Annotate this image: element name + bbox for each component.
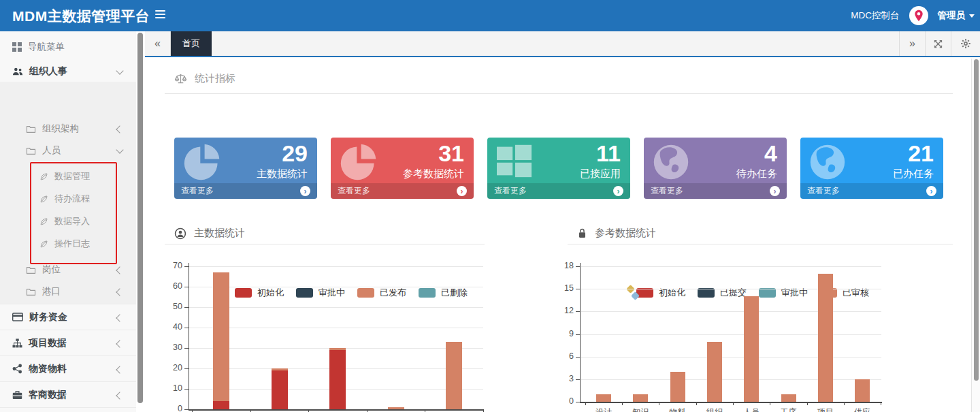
page-scrollbar-track[interactable] [971,59,980,412]
sidebar-item-data-management[interactable]: 数据管理 [0,166,136,187]
stat-card-reference-data[interactable]: 31 参考数据统计 查看更多 › [331,138,474,199]
mdc-console-link[interactable]: MDC控制台 [851,10,899,22]
stat-label: 参考数据统计 [403,168,464,180]
lock-icon [577,227,587,239]
view-more-link[interactable]: 查看更多 [338,185,370,197]
grid-icon [12,42,22,52]
legend-item[interactable]: 审批中 [296,287,345,299]
view-more-link[interactable]: 查看更多 [651,185,683,197]
stat-value: 29 [282,140,308,167]
legend-item[interactable]: 已提交 [698,287,747,299]
fullscreen-button[interactable] [925,31,951,56]
pie-chart-icon [182,143,222,184]
reference-data-chart-header: 参考数据统计 [577,227,656,240]
chart-legend: 初始化审批中已发布已删除 [235,287,468,299]
expand-icon [933,39,943,49]
briefcase-icon [12,390,22,400]
hamburger-menu-icon[interactable] [155,10,165,19]
tabs-scroll-right-button[interactable]: » [899,31,925,56]
legend-item[interactable]: 审批中 [759,287,808,299]
sidebar-item-project-data[interactable]: 项目数据 [0,330,136,355]
card-footer[interactable]: 查看更多 › [174,183,317,199]
stats-section-header: 统计指标 [174,72,235,85]
stat-value: 4 [764,140,777,167]
sidebar-item-pending-flow[interactable]: 待办流程 [0,189,136,209]
arrow-circle-icon: › [926,186,936,196]
stat-card-connected-apps[interactable]: 11 已接应用 查看更多 › [487,138,630,199]
main-area: « 首页 » [145,31,980,412]
view-more-link[interactable]: 查看更多 [807,185,840,197]
pie-chart-icon [339,143,378,184]
tabs-scroll-left-button[interactable]: « [145,31,171,56]
sidebar-item-finance[interactable]: 财务资金 [0,304,136,330]
sidebar-item-materials[interactable]: 物资物料 [0,355,136,381]
master-data-chart-header: 主数据统计 [174,227,245,240]
stat-label: 已接应用 [580,168,621,180]
sidebar-item-personnel[interactable]: 人员 [0,140,136,161]
page-scrollbar-thumb[interactable] [974,59,979,381]
user-circle-icon [174,227,186,240]
arrow-circle-icon: › [300,186,310,196]
stat-card-pending-tasks[interactable]: 4 待办任务 查看更多 › [644,138,787,199]
sidebar-item-fixed-assets[interactable]: 固定资产 [0,407,136,412]
sidebar-item-org-structure[interactable]: 组织架构 [0,118,136,139]
top-header: MDM主数据管理平台 MDC控制台 管理员 [0,0,980,31]
legend-item[interactable]: 已审核 [820,287,869,299]
legend-item[interactable]: 已删除 [419,287,468,299]
card-footer[interactable]: 查看更多 › [644,183,787,199]
card-footer[interactable]: 查看更多 › [800,183,943,199]
mdm-dashboard-page: MDM主数据管理平台 MDC控制台 管理员 导航菜单 [0,0,980,412]
tab-bar: « 首页 » [145,31,980,57]
share-nodes-icon [12,364,22,374]
chevron-left-icon [116,266,123,274]
stat-label: 待办任务 [736,168,777,180]
chevron-left-icon [116,314,123,321]
sidebar-item-label: 人员 [42,144,61,157]
legend-item[interactable]: 已发布 [357,287,406,299]
windows-icon [495,143,534,181]
leaf-icon [39,240,48,249]
legend-item[interactable]: 初始化 [636,287,685,299]
user-name: 管理员 [938,10,966,22]
sidebar-nav-header: 导航菜单 [0,37,136,57]
chevron-left-icon [116,340,123,347]
sidebar-item-position[interactable]: 岗位 [0,259,136,280]
chevron-left-icon [116,125,123,133]
divider [165,244,485,244]
sidebar-item-label: 岗位 [42,264,61,276]
sidebar-item-label: 物资物料 [29,363,67,375]
stat-card-completed-tasks[interactable]: 21 已办任务 查看更多 › [800,138,943,199]
card-footer[interactable]: 查看更多 › [487,183,630,199]
users-icon [12,67,23,76]
sidebar-item-label: 财务资金 [29,311,67,323]
card-footer[interactable]: 查看更多 › [331,183,474,199]
chevron-left-icon [116,288,123,296]
sidebar-item-label: 港口 [42,285,61,298]
legend-item[interactable]: 初始化 [235,287,284,299]
view-more-link[interactable]: 查看更多 [181,185,214,197]
view-more-link[interactable]: 查看更多 [494,185,527,197]
avatar[interactable] [909,6,928,25]
chart-title: 参考数据统计 [595,227,656,240]
arrow-circle-icon: › [457,186,467,196]
stat-card-master-data[interactable]: 29 主数据统计 查看更多 › [174,138,317,199]
sidebar-item-label: 组织架构 [42,123,79,135]
sidebar-item-data-import[interactable]: 数据导入 [0,211,136,232]
user-menu[interactable]: 管理员 [938,10,975,22]
stat-value: 31 [438,140,464,167]
dashboard-content: 统计指标 29 主数据统计 查看更多 › [145,57,980,412]
sidebar-item-org-hr[interactable]: 组织人事 [0,61,136,82]
credit-card-icon [12,313,23,321]
sidebar-scrollbar-thumb[interactable] [137,33,143,403]
chart-title: 主数据统计 [194,227,245,240]
sidebar-item-label: 数据管理 [54,170,90,183]
settings-button[interactable] [951,31,980,56]
sidebar-item-port[interactable]: 港口 [0,281,136,302]
sidebar-scrollbar-track[interactable] [136,31,144,412]
sidebar-item-vendor-data[interactable]: 客商数据 [0,381,136,407]
tab-home[interactable]: 首页 [171,31,212,56]
sidebar-item-label: 数据导入 [54,215,90,227]
chart-legend: 初始化已提交审批中已审核 [636,287,869,299]
sidebar-item-operation-log[interactable]: 操作日志 [0,234,136,254]
sidebar-item-label: 客商数据 [29,389,67,401]
